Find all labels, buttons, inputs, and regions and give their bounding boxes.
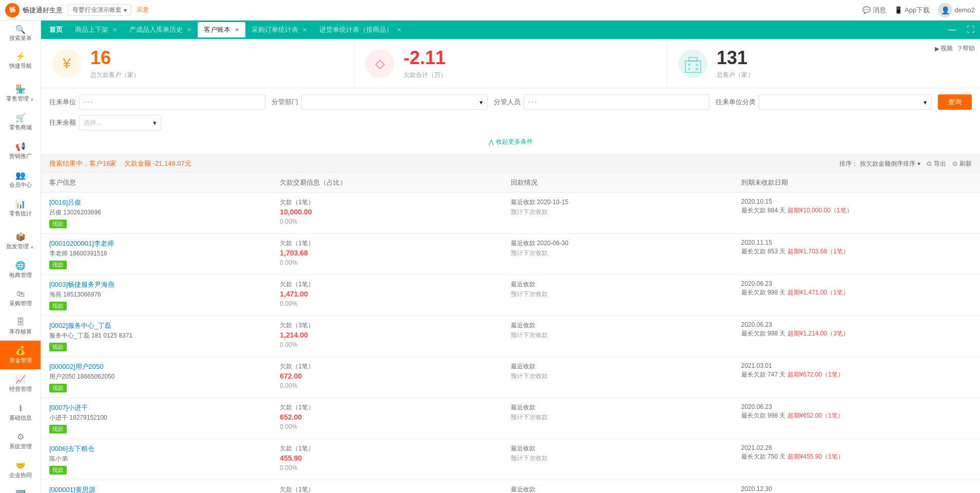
- sidebar-item-quick-nav[interactable]: ⚡ 快捷导航: [0, 46, 41, 75]
- table-row: [000001]黄思源 黄思源 13552700226 现款 欠款（1笔） 42…: [41, 480, 980, 493]
- tab-close-inventory-stats[interactable]: ✕: [397, 27, 401, 33]
- tab-home[interactable]: 首页: [43, 22, 69, 37]
- tab-products-off[interactable]: 商品上下架 ✕: [69, 22, 123, 37]
- guide-icon: 🆕: [15, 489, 26, 493]
- sidebar-item-inventory[interactable]: 🗄 库存核算: [0, 312, 41, 341]
- sidebar-item-new-guide[interactable]: 🆕 新手引导: [0, 484, 41, 493]
- stat-card-actions: ▶ 视频 ? 帮助: [935, 44, 975, 53]
- query-button[interactable]: 查询: [938, 94, 972, 110]
- video-btn[interactable]: ▶ 视频: [935, 44, 953, 53]
- stat-icon-yuan: ¥: [51, 48, 82, 79]
- industry-selector[interactable]: 母婴行业演示账套 ▾: [68, 4, 131, 16]
- overdue-link[interactable]: 超期¥1,471.00（1笔）: [787, 289, 849, 296]
- results-info: 搜索结果中，客户16家 欠款金额 -21,148.07元: [49, 159, 191, 168]
- logo-area: 畅 畅捷通好生意: [5, 3, 63, 17]
- manager-input[interactable]: ···: [524, 94, 710, 110]
- sidebar-item-finance[interactable]: 💰 资金管理: [0, 341, 41, 369]
- sidebar-item-retail-mall[interactable]: 🛒 零售商城: [0, 108, 41, 136]
- recovery-cell: 最近收款 2020-06-30 预计下次收款: [511, 239, 741, 258]
- due-date-cell: 2020.06.23 最长欠款 998 天 超期¥1,214.00（3笔）: [741, 321, 972, 338]
- customer-name-link[interactable]: [00010200001]李老师: [49, 240, 114, 247]
- overdue-link[interactable]: 超期¥455.90（1笔）: [787, 453, 844, 460]
- batch-icon: 📦: [15, 232, 26, 242]
- filter-row-2: 往来余额 选择... ▾: [49, 115, 972, 130]
- sidebar-search[interactable]: 🔍 搜索菜单: [0, 21, 41, 46]
- overdue-link[interactable]: 超期¥1,214.00（3笔）: [787, 330, 849, 337]
- sidebar-item-retail-mgmt[interactable]: 🏪 零售管理 ▲: [0, 79, 41, 108]
- customer-info-cell: [0006]去下粮仓 陈小弟 现款: [49, 444, 280, 475]
- stat-total-customers: 131 总客户（家） ▶ 视频 ? 帮助: [667, 39, 980, 88]
- quicknav-icon: ⚡: [15, 51, 26, 61]
- customer-name-link[interactable]: [0002]服务中心_丁磊: [49, 322, 111, 329]
- help-icon: ?: [958, 45, 962, 52]
- sidebar-item-marketing[interactable]: 📢 营销推广: [0, 136, 41, 165]
- customer-info-cell: [0007]小进干 小进干 18279152100 现款: [49, 403, 280, 433]
- app-name: 畅捷通好生意: [23, 6, 63, 15]
- export-btn[interactable]: ⊙ 导出: [927, 160, 946, 168]
- sidebar: 🔍 搜索菜单 ⚡ 快捷导航 🏪 零售管理 ▲ 🛒 零售商城 📢 营销推广 👥 会…: [0, 21, 41, 493]
- refresh-btn[interactable]: ⊙ 刷新: [952, 160, 972, 168]
- content-area: ¥ 16 总欠款客户（家） ◇ -2.11: [41, 39, 980, 493]
- sidebar-item-system[interactable]: ⚙ 系统管理: [0, 427, 41, 456]
- user-menu[interactable]: 👤 demo2: [938, 3, 975, 17]
- sidebar-toggle[interactable]: 示意: [137, 6, 149, 14]
- debt-info-cell: 欠款（1笔） 1,471.00 0.00%: [280, 280, 510, 307]
- data-table: 客户信息 欠款交易信息（占比） 回款情况 到期未收款日期 [0016]吕俊 吕俊…: [41, 173, 980, 493]
- tab-close-customer-account[interactable]: ✕: [235, 27, 239, 33]
- system-icon: ⚙: [17, 432, 24, 442]
- tab-close-product-history[interactable]: ✕: [187, 27, 191, 33]
- recovery-cell: 最近收款 预计下次收款: [511, 485, 741, 493]
- top-bar-left: 畅 畅捷通好生意 母婴行业演示账套 ▾ 示意: [5, 3, 149, 17]
- sidebar-item-purchase[interactable]: 🛍 采购管理: [0, 284, 41, 312]
- sidebar-item-enterprise-coop[interactable]: 🤝 企业协同: [0, 456, 41, 484]
- filter-dept: 分管部门 ▾: [272, 94, 488, 110]
- tab-close-products-off[interactable]: ✕: [112, 27, 117, 33]
- collapse-btn[interactable]: ⋀ 收起更多条件: [49, 135, 972, 148]
- tab-product-history[interactable]: 产成品入库单历史 ✕: [123, 22, 198, 37]
- overdue-link[interactable]: 超期¥1,703.68（1笔）: [787, 248, 849, 255]
- due-date-cell: 2021.02.26 最长欠款 750 天 超期¥455.90（1笔）: [741, 444, 972, 461]
- tab-close-purchase-stats[interactable]: ✕: [302, 27, 307, 33]
- sort-selector[interactable]: 排序： 按欠款金额倒序排序 ▾: [839, 160, 920, 168]
- customer-info-cell: [0002]服务中心_丁磊 服务中心_丁磊 181 0125 8371 现款: [49, 321, 280, 351]
- tab-minimize-btn[interactable]: —: [945, 24, 959, 35]
- recovery-cell: 最近收款 预计下次收款: [511, 403, 741, 422]
- customer-name-link[interactable]: [0016]吕俊: [49, 199, 81, 206]
- recovery-cell: 最近收款 预计下次收款: [511, 444, 741, 463]
- results-bar: 搜索结果中，客户16家 欠款金额 -21,148.07元 排序： 按欠款金额倒序…: [41, 155, 980, 173]
- table-row: [0003]畅捷服务尹海燕 海燕 18513066976 现款 欠款（1笔） 1…: [41, 275, 980, 316]
- tab-inventory-stats[interactable]: 进货单统计表（按商品） ✕: [313, 22, 408, 37]
- sidebar-item-batch-mgmt[interactable]: 📦 批发管理 ▲: [0, 227, 41, 255]
- unit-category-select[interactable]: ▾: [759, 94, 932, 110]
- sidebar-item-retail-stats[interactable]: 📊 零售统计: [0, 194, 41, 223]
- tab-customer-account[interactable]: 客户账本 ✕: [198, 22, 245, 37]
- table-row: [0006]去下粮仓 陈小弟 现款 欠款（1笔） 455.90 0.00% 最近…: [41, 439, 980, 480]
- filter-row-1: 往来单位 ··· 分管部门 ▾ 分管人员: [49, 94, 972, 110]
- chevron-icon2: ▲: [30, 244, 34, 249]
- dept-select[interactable]: ▾: [301, 94, 488, 110]
- app-download-btn[interactable]: 📱 App下载: [894, 6, 930, 15]
- help-btn[interactable]: ? 帮助: [958, 44, 975, 53]
- finance-icon: 💰: [15, 346, 26, 356]
- overdue-link[interactable]: 超期¥652.00（1笔）: [787, 412, 844, 419]
- vendor-unit-input[interactable]: ···: [79, 94, 265, 110]
- customer-name-link[interactable]: [0003]畅捷服务尹海燕: [49, 281, 114, 288]
- sidebar-item-basic-info[interactable]: ℹ 基础信息: [0, 398, 41, 427]
- sidebar-item-ecommerce[interactable]: 🌐 电商管理: [0, 255, 41, 284]
- chevron-down-icon4: ▾: [153, 119, 157, 127]
- customer-name-link[interactable]: [0007]小进干: [49, 404, 88, 411]
- balance-select[interactable]: 选择... ▾: [79, 115, 161, 130]
- customer-name-link[interactable]: [000002]用户2050: [49, 363, 104, 370]
- sidebar-item-ops[interactable]: 📈 经营管理: [0, 369, 41, 398]
- overdue-link[interactable]: 超期¥672.00（1笔）: [787, 371, 844, 378]
- customer-name-link[interactable]: [0006]去下粮仓: [49, 445, 94, 452]
- tab-maximize-btn[interactable]: ⛶: [964, 24, 978, 35]
- customer-name-link[interactable]: [000001]黄思源: [49, 486, 95, 493]
- ecommerce-icon: 🌐: [15, 261, 26, 270]
- tab-purchase-stats[interactable]: 采购订单统计表 ✕: [245, 22, 313, 37]
- sidebar-item-member[interactable]: 👥 会员中心: [0, 165, 41, 194]
- overdue-link[interactable]: 超期¥10,000.00（1笔）: [787, 207, 853, 214]
- svg-rect-2: [688, 64, 690, 66]
- top-bar: 畅 畅捷通好生意 母婴行业演示账套 ▾ 示意 💬 消息 📱 App下载 👤 de…: [0, 0, 980, 21]
- message-btn[interactable]: 💬 消息: [862, 6, 886, 15]
